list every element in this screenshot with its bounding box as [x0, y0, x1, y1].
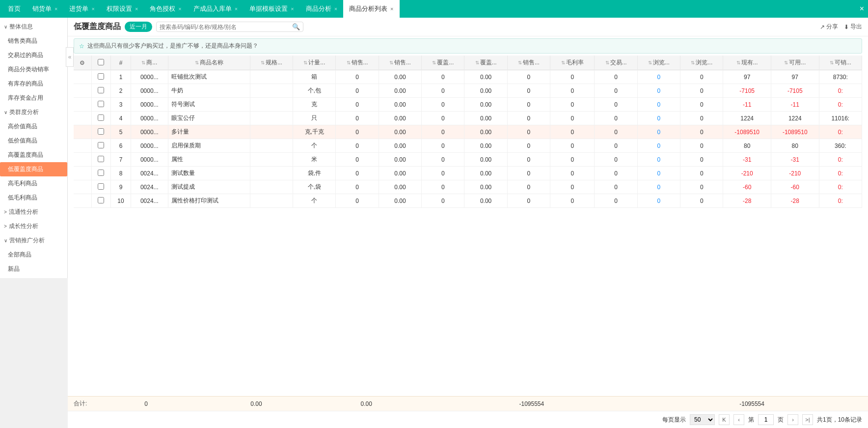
- total-label: 共1页，10条记录: [817, 416, 862, 424]
- time-filter-button[interactable]: 近一月: [125, 22, 152, 32]
- close-tab-icon[interactable]: ×: [334, 6, 337, 12]
- nav-tab-商品分析列表[interactable]: 商品分析列表×: [343, 0, 399, 18]
- table-row: 60000...启用保质期个00.0000.00000008080360:: [74, 139, 862, 153]
- table-header: ⚙ # 商... 商品名称 规格... 计量... 销售... 销售... 覆盖…: [74, 56, 862, 70]
- banner-text: 这些商品只有很少客户购买过，是推广不够，还是商品本身问题？: [87, 42, 258, 50]
- pagination-bar: 每页显示 2050100 K ‹ 第 页 › >| 共1页，10条记录: [68, 411, 868, 428]
- close-tab-icon[interactable]: ×: [178, 6, 181, 12]
- sidebar-item-销售类商品[interactable]: 销售类商品: [0, 34, 67, 48]
- close-tab-icon[interactable]: ×: [235, 6, 238, 12]
- data-table: ⚙ # 商... 商品名称 规格... 计量... 销售... 销售... 覆盖…: [74, 56, 862, 208]
- footer-label: 合计:: [74, 399, 87, 408]
- table-row: 40000...眼宝公仔只00.0000.0000000122412241101…: [74, 112, 862, 125]
- sidebar-item-商品分类动销率[interactable]: 商品分类动销率: [0, 62, 67, 77]
- table-row: 30000...符号测试克00.0000.0000000-11-110:: [74, 98, 862, 112]
- last-page-button[interactable]: >|: [802, 414, 813, 425]
- page-label: 第: [748, 416, 754, 424]
- table-row: 10000...旺铺批次测试箱00.0000.000000097978730:: [74, 70, 862, 84]
- nav-tab-销货单[interactable]: 销货单×: [27, 0, 63, 18]
- code-col-header[interactable]: 商...: [131, 56, 168, 70]
- unit-col-header[interactable]: 计量...: [293, 56, 336, 70]
- close-tab-icon[interactable]: ×: [390, 6, 393, 12]
- nav-tab-权限设置[interactable]: 权限设置×: [101, 0, 144, 18]
- sidebar-item-高价值商品[interactable]: 高价值商品: [0, 119, 67, 134]
- next-page-button[interactable]: ›: [787, 414, 798, 425]
- cover-qty-col-header[interactable]: 覆盖...: [422, 56, 464, 70]
- sidebar-section-成长性分析[interactable]: >成长性分析: [0, 219, 67, 233]
- footer-current: -1095554: [421, 400, 642, 407]
- sidebar-collapse-button[interactable]: «: [66, 47, 74, 67]
- footer-cover-amt: 0.00: [311, 400, 421, 407]
- sales-qty-col-header[interactable]: 销售...: [336, 56, 379, 70]
- table-row: 70000...属性米00.0000.0000000-31-310:: [74, 153, 862, 167]
- sales-amt-col-header[interactable]: 销售...: [379, 56, 421, 70]
- sidebar-item-全部商品[interactable]: 全部商品: [0, 248, 67, 262]
- per-page-label: 每页显示: [662, 416, 686, 424]
- sidebar-section-营销推广分析[interactable]: ∨营销推广分析: [0, 233, 67, 248]
- share-icon: ↗: [820, 24, 825, 30]
- index-col-header: #: [111, 56, 131, 70]
- export-icon: ⬇: [844, 24, 849, 30]
- spec-col-header[interactable]: 规格...: [250, 56, 293, 70]
- close-tab-icon[interactable]: ×: [91, 6, 94, 12]
- nav-tab-商品分析[interactable]: 商品分析×: [300, 0, 343, 18]
- table-body: 10000...旺铺批次测试箱00.0000.000000097978730:2…: [74, 70, 862, 208]
- sidebar-item-新品[interactable]: 新品: [0, 262, 67, 276]
- nav-tab-产成品入库单[interactable]: 产成品入库单×: [188, 0, 244, 18]
- sidebar-item-高毛利商品[interactable]: 高毛利商品: [0, 176, 67, 191]
- table-row: 80024...测试数量袋,件00.0000.0000000-210-2100:: [74, 167, 862, 180]
- sidebar-item-高覆盖度商品[interactable]: 高覆盖度商品: [0, 148, 67, 162]
- gross-rate-col-header[interactable]: 毛利率: [550, 56, 595, 70]
- sidebar-item-库存资金占用[interactable]: 库存资金占用: [0, 91, 67, 105]
- cover-amt-col-header[interactable]: 覆盖...: [464, 56, 507, 70]
- current-col-header[interactable]: 现有...: [723, 56, 771, 70]
- first-page-button[interactable]: K: [719, 414, 730, 425]
- nav-tab-首页[interactable]: 首页: [2, 0, 27, 18]
- browse2-col-header[interactable]: 浏览...: [680, 56, 723, 70]
- page-input[interactable]: [758, 414, 774, 425]
- table-row: 100024...属性价格打印测试个00.0000.0000000-28-280…: [74, 194, 862, 208]
- sidebar-item-交易过的商品[interactable]: 交易过的商品: [0, 48, 67, 62]
- top-nav: 首页销货单×进货单×权限设置×角色授权×产成品入库单×单据模板设置×商品分析×商…: [0, 0, 868, 18]
- sales-cnt-col-header[interactable]: 销售...: [507, 56, 550, 70]
- nav-tab-单据模板设置[interactable]: 单据模板设置×: [244, 0, 299, 18]
- per-page-select[interactable]: 2050100: [690, 414, 715, 425]
- nav-tab-角色授权[interactable]: 角色授权×: [144, 0, 187, 18]
- sidebar-item-低价值商品[interactable]: 低价值商品: [0, 134, 67, 148]
- sidebar-section-类群度分析[interactable]: ∨类群度分析: [0, 105, 67, 119]
- settings-col-header[interactable]: ⚙: [74, 56, 91, 70]
- close-tab-icon[interactable]: ×: [291, 6, 294, 12]
- window-close-button[interactable]: ×: [860, 4, 864, 13]
- export-button[interactable]: ⬇ 导出: [844, 23, 862, 31]
- available-col-header[interactable]: 可用...: [771, 56, 819, 70]
- page-title: 低覆盖度商品: [74, 22, 121, 32]
- select-all-checkbox[interactable]: [98, 59, 104, 65]
- search-icon: 🔍: [292, 23, 300, 30]
- footer-sales-amt: 0.00: [201, 400, 311, 407]
- content-header: 低覆盖度商品 近一月 🔍 ↗ 分享 ⬇ 导出: [68, 18, 868, 36]
- table-row: 20000...牛奶个,包00.0000.0000000-7105-71050:: [74, 84, 862, 98]
- saleable-col-header[interactable]: 可销...: [819, 56, 862, 70]
- footer-cells: 0 0.00 0.00 -1095554 -1095554: [91, 400, 862, 407]
- footer-available: -1095554: [642, 400, 862, 407]
- trade-col-header[interactable]: 交易...: [595, 56, 637, 70]
- name-col-header[interactable]: 商品名称: [168, 56, 250, 70]
- table-wrapper[interactable]: ⚙ # 商... 商品名称 规格... 计量... 销售... 销售... 覆盖…: [68, 56, 868, 396]
- page-of: 页: [778, 416, 784, 424]
- checkbox-col-header: [91, 56, 111, 70]
- close-tab-icon[interactable]: ×: [54, 6, 57, 12]
- browse1-col-header[interactable]: 浏览...: [637, 56, 680, 70]
- table-row: 90024...测试提成个,袋00.0000.0000000-60-600:: [74, 180, 862, 194]
- sidebar-section-流通性分析[interactable]: >流通性分析: [0, 205, 67, 219]
- sidebar-item-低毛利商品[interactable]: 低毛利商品: [0, 191, 67, 205]
- sidebar-item-有库存的商品[interactable]: 有库存的商品: [0, 77, 67, 91]
- nav-tab-进货单[interactable]: 进货单×: [63, 0, 100, 18]
- table-footer: 合计: 0 0.00 0.00 -1095554 -1095554: [68, 396, 868, 411]
- prev-page-button[interactable]: ‹: [733, 414, 744, 425]
- sidebar-section-整体信息[interactable]: ∨整体信息: [0, 20, 67, 34]
- sidebar-item-低覆盖度商品[interactable]: 低覆盖度商品: [0, 162, 67, 176]
- search-input[interactable]: [160, 24, 292, 30]
- close-tab-icon[interactable]: ×: [135, 6, 138, 12]
- share-button[interactable]: ↗ 分享: [820, 23, 838, 31]
- info-icon: ☆: [79, 43, 84, 50]
